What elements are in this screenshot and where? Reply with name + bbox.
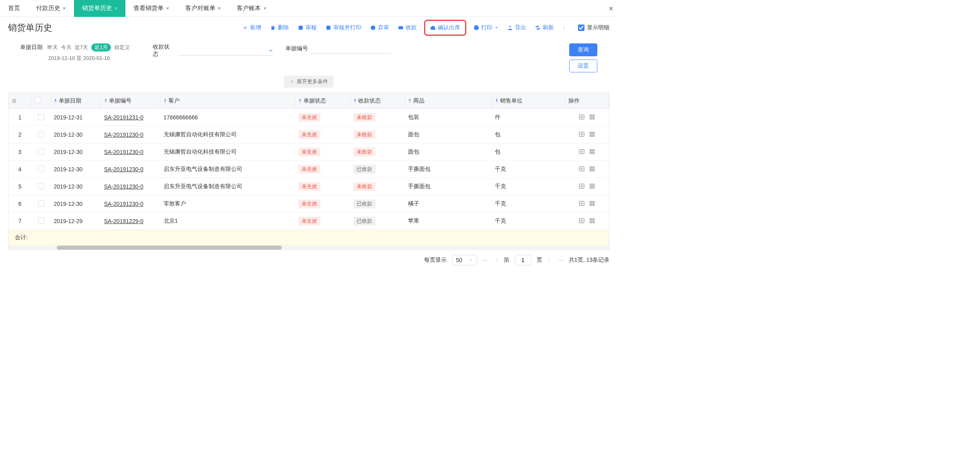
- close-all-tabs-icon[interactable]: ×: [609, 4, 613, 13]
- show-detail-checkbox[interactable]: [578, 25, 584, 31]
- tab-home[interactable]: 首页: [0, 0, 28, 17]
- sort-icon[interactable]: ▲▼: [54, 98, 57, 103]
- view-icon[interactable]: [578, 166, 585, 173]
- sort-icon[interactable]: ▲▼: [104, 98, 107, 103]
- row-checkbox[interactable]: [38, 200, 44, 207]
- cell-docno[interactable]: SA-20191230-0: [101, 161, 160, 178]
- cell-docno[interactable]: SA-20191230-0: [101, 144, 160, 161]
- col-date[interactable]: ▲▼单据日期: [51, 93, 101, 109]
- delete-button[interactable]: 删除: [270, 24, 289, 31]
- shortcut-1month[interactable]: 近1月: [91, 43, 111, 51]
- view-icon[interactable]: [578, 183, 585, 191]
- cell-checkbox[interactable]: [31, 161, 51, 178]
- row-checkbox[interactable]: [38, 183, 44, 189]
- collect-button[interactable]: 收款: [398, 24, 417, 31]
- gear-icon[interactable]: ⚙: [12, 98, 17, 104]
- more-icon[interactable]: [589, 200, 595, 208]
- query-button[interactable]: 查询: [569, 43, 597, 56]
- table-row[interactable]: 7 2019-12-29 SA-20191229-0 北京1 未生效 已收款 苹…: [8, 213, 609, 230]
- cell-docno[interactable]: SA-20191229-0: [101, 213, 160, 230]
- col-checkbox-header[interactable]: [31, 93, 51, 109]
- col-customer[interactable]: ▲▼客户: [160, 93, 295, 109]
- row-checkbox[interactable]: [38, 217, 44, 224]
- view-icon[interactable]: [578, 131, 585, 139]
- audit-button[interactable]: 审核: [298, 24, 317, 31]
- tab-payment-history[interactable]: 付款历史×: [28, 0, 74, 17]
- table-row[interactable]: 3 2019-12-30 SA-20191230-0 无锡康哲自动化科技有限公司…: [8, 144, 609, 161]
- table-row[interactable]: 4 2019-12-30 SA-20191230-0 启东升亚电气设备制造有限公…: [8, 161, 609, 178]
- per-page-select[interactable]: 50: [452, 255, 477, 265]
- cell-checkbox[interactable]: [31, 178, 51, 195]
- more-icon[interactable]: [589, 148, 595, 156]
- close-icon[interactable]: ×: [115, 5, 118, 11]
- table-row[interactable]: 5 2019-12-30 SA-20191230-0 启东升亚电气设备制造有限公…: [8, 178, 609, 195]
- shortcut-custom[interactable]: 自定义: [114, 44, 130, 51]
- print-button[interactable]: 打印: [474, 24, 498, 31]
- add-button[interactable]: 新增: [242, 24, 261, 31]
- tab-customer-ledger[interactable]: 客户账本×: [229, 0, 275, 17]
- more-icon[interactable]: [589, 114, 595, 121]
- view-icon[interactable]: [578, 148, 585, 156]
- collect-status-select[interactable]: [178, 46, 273, 55]
- expand-conditions-button[interactable]: 展开更多条件: [284, 76, 334, 88]
- col-gear[interactable]: ⚙: [8, 93, 31, 109]
- row-checkbox[interactable]: [38, 114, 44, 120]
- col-product[interactable]: ▲▼商品: [405, 93, 492, 109]
- shortcut-yesterday[interactable]: 昨天: [47, 44, 58, 51]
- more-icon[interactable]: [589, 217, 595, 225]
- next-page-button[interactable]: 〉: [548, 256, 553, 264]
- close-icon[interactable]: ×: [166, 5, 169, 11]
- last-page-button[interactable]: ⤍: [559, 257, 563, 263]
- tab-sales-history[interactable]: 销货单历史×: [74, 0, 126, 17]
- settings-button[interactable]: 设置: [569, 60, 597, 72]
- close-icon[interactable]: ×: [218, 5, 221, 11]
- col-docno[interactable]: ▲▼单据编号: [101, 93, 160, 109]
- cell-checkbox[interactable]: [31, 195, 51, 213]
- sort-icon[interactable]: ▲▼: [353, 98, 357, 103]
- sort-icon[interactable]: ▲▼: [164, 98, 167, 103]
- prev-page-button[interactable]: 〈: [493, 256, 498, 264]
- sort-icon[interactable]: ▲▼: [408, 98, 412, 103]
- first-page-button[interactable]: ⤌: [483, 257, 487, 263]
- more-icon[interactable]: [589, 166, 595, 173]
- view-icon[interactable]: [578, 200, 585, 208]
- cell-docno[interactable]: SA-20191230-0: [101, 126, 160, 144]
- tab-view-sales[interactable]: 查看销货单×: [125, 0, 177, 17]
- row-checkbox[interactable]: [38, 131, 44, 137]
- shortcut-7days[interactable]: 近7天: [75, 44, 88, 51]
- more-icon[interactable]: [589, 183, 595, 191]
- table-row[interactable]: 6 2019-12-30 SA-20191230-0 零散客户 未生效 已收款 …: [8, 195, 609, 213]
- cell-checkbox[interactable]: [31, 144, 51, 161]
- cell-checkbox[interactable]: [31, 109, 51, 126]
- more-icon[interactable]: [589, 131, 595, 139]
- close-icon[interactable]: ×: [63, 5, 66, 11]
- view-icon[interactable]: [578, 114, 585, 121]
- row-checkbox[interactable]: [38, 166, 44, 172]
- cell-docno[interactable]: SA-20191230-0: [101, 178, 160, 195]
- cell-docno[interactable]: SA-20191231-0: [101, 109, 160, 126]
- table-row[interactable]: 2 2019-12-30 SA-20191230-0 无锡康哲自动化科技有限公司…: [8, 126, 609, 144]
- select-all-checkbox[interactable]: [35, 97, 41, 103]
- shortcut-today[interactable]: 今天: [61, 44, 72, 51]
- audit-print-button[interactable]: 审核并打印: [326, 24, 361, 31]
- export-button[interactable]: 导出: [507, 24, 526, 31]
- unaudit-button[interactable]: 弃审: [370, 24, 389, 31]
- cell-checkbox[interactable]: [31, 126, 51, 144]
- docno-input[interactable]: [311, 43, 392, 53]
- col-pay-status[interactable]: ▲▼收款状态: [350, 93, 405, 109]
- confirm-out-button[interactable]: 确认出库: [424, 20, 466, 36]
- col-unit[interactable]: ▲▼销售单位: [492, 93, 565, 109]
- col-doc-status[interactable]: ▲▼单据状态: [295, 93, 350, 109]
- view-icon[interactable]: [578, 217, 585, 225]
- row-checkbox[interactable]: [38, 148, 44, 155]
- refresh-button[interactable]: 刷新: [535, 24, 554, 31]
- scrollbar-thumb[interactable]: [57, 246, 282, 250]
- table-row[interactable]: 1 2019-12-31 SA-20191231-0 17666666666 未…: [8, 109, 609, 126]
- sort-icon[interactable]: ▲▼: [495, 98, 498, 103]
- cell-checkbox[interactable]: [31, 213, 51, 230]
- horizontal-scrollbar[interactable]: [8, 246, 609, 250]
- cell-docno[interactable]: SA-20191230-0: [101, 195, 160, 213]
- tab-customer-statement[interactable]: 客户对账单×: [177, 0, 229, 17]
- close-icon[interactable]: ×: [263, 5, 267, 11]
- sort-icon[interactable]: ▲▼: [299, 98, 302, 103]
